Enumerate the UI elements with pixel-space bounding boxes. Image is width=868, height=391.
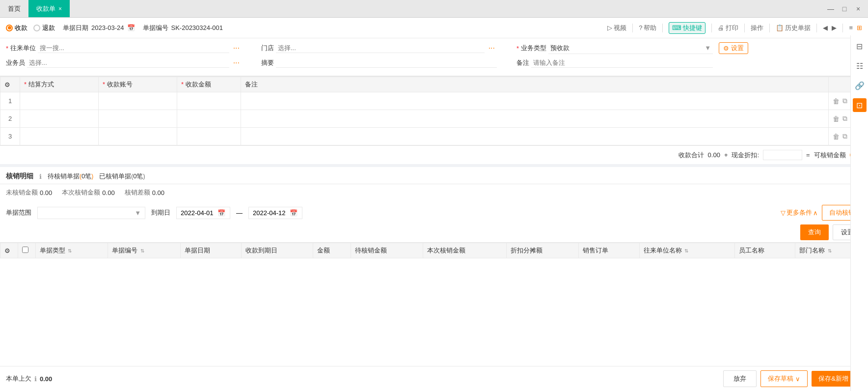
row-2-copy-icon[interactable]: ⧉ bbox=[842, 114, 847, 123]
form-area: * 往来单位 ··· 门店 ··· * 业务类型 预收款 ▼ bbox=[0, 38, 868, 76]
col-settings-header[interactable]: ⚙ bbox=[0, 77, 20, 92]
window-maximize-btn[interactable]: □ bbox=[839, 3, 850, 15]
video-btn[interactable]: ▷ 视频 bbox=[607, 24, 626, 32]
print-icon: 🖨 bbox=[718, 24, 724, 31]
print-btn[interactable]: 🖨 打印 bbox=[718, 24, 738, 32]
staff-input[interactable] bbox=[27, 58, 229, 68]
operate-btn[interactable]: 操作 bbox=[751, 24, 763, 32]
row-1-delete-icon[interactable]: 🗑 bbox=[833, 97, 840, 105]
col-dept-sort[interactable]: ⇅ bbox=[828, 248, 832, 253]
table-row: 2 🗑 ⧉ bbox=[0, 110, 868, 128]
col-type-sort[interactable]: ⇅ bbox=[68, 248, 72, 253]
history-btn[interactable]: 📋 历史单据 bbox=[776, 24, 811, 32]
range-select-arrow: ▼ bbox=[135, 209, 141, 217]
row-1-num: 1 bbox=[0, 92, 20, 110]
discount-input[interactable] bbox=[763, 150, 802, 160]
bottom-col-check[interactable] bbox=[18, 243, 36, 258]
window-close-btn[interactable]: × bbox=[852, 3, 864, 15]
footer: 本单上欠 ℹ 0.00 放弃 保存草稿 ∨ 保存&新增 ∨ bbox=[0, 366, 868, 391]
row-3-account[interactable] bbox=[99, 128, 177, 145]
col-payment-header: * 结算方式 bbox=[20, 77, 99, 92]
bottom-col-sales: 销售订单 bbox=[579, 243, 640, 258]
number-value[interactable]: SK-20230324-001 bbox=[171, 24, 223, 31]
summary-input[interactable] bbox=[276, 58, 497, 68]
right-panel-icon-1[interactable]: ⊟ bbox=[853, 39, 867, 53]
arrow-right-btn[interactable]: ▶ bbox=[832, 24, 837, 31]
date-to-value: 2022-04-12 bbox=[253, 209, 286, 217]
row-2-remark[interactable] bbox=[241, 110, 829, 128]
top-toolbar: 收款 退款 单据日期 2023-03-24 📅 单据编号 SK-20230324… bbox=[0, 18, 868, 38]
right-panel-icon-2[interactable]: ☷ bbox=[853, 59, 867, 73]
row-3-copy-icon[interactable]: ⧉ bbox=[842, 132, 847, 140]
shortcut-btn[interactable]: ⌨ 快捷键 bbox=[669, 22, 705, 34]
row-1-remark[interactable] bbox=[241, 92, 829, 110]
bottom-settings-icon: ⚙ bbox=[4, 247, 10, 254]
bottom-col-current: 本次核销金额 bbox=[423, 243, 507, 258]
current-writeoff-value: 0.00 bbox=[102, 189, 114, 196]
row-3-payment[interactable] bbox=[20, 128, 99, 145]
radio-return[interactable]: 退款 bbox=[33, 24, 55, 32]
row-3-remark[interactable] bbox=[241, 128, 829, 145]
list-view-btn[interactable]: ≡ bbox=[849, 24, 853, 31]
help-btn[interactable]: ? 帮助 bbox=[639, 24, 656, 32]
row-2-account[interactable] bbox=[99, 110, 177, 128]
tab-home[interactable]: 首页 bbox=[0, 0, 28, 17]
biz-type-select[interactable]: 预收款 ▼ bbox=[548, 43, 713, 54]
remark-input[interactable] bbox=[531, 58, 713, 68]
bottom-table: ⚙ 单据类型 ⇅ 单据编号 ⇅ bbox=[0, 243, 868, 258]
current-writeoff-stat: 本次核销金额 0.00 bbox=[62, 188, 114, 197]
col-number-sort[interactable]: ⇅ bbox=[140, 248, 144, 253]
store-ellipsis-btn[interactable]: ··· bbox=[487, 44, 497, 53]
settings-btn[interactable]: ⚙ 设置 bbox=[719, 42, 748, 54]
row-3-delete-icon[interactable]: 🗑 bbox=[833, 133, 840, 140]
row-2-delete-icon[interactable]: 🗑 bbox=[833, 115, 840, 123]
row-3-num: 3 bbox=[0, 128, 20, 145]
bottom-col-settings[interactable]: ⚙ bbox=[0, 243, 18, 258]
footer-info-icon[interactable]: ℹ bbox=[34, 375, 37, 383]
select-all-checkbox[interactable] bbox=[22, 247, 28, 253]
more-conditions-btn[interactable]: ▽ 更多条件 ∧ bbox=[781, 208, 818, 217]
row-1-amount[interactable] bbox=[177, 92, 241, 110]
col-payment-label: 结算方式 bbox=[28, 81, 54, 88]
radio-receive[interactable]: 收款 bbox=[6, 24, 27, 32]
row-1-copy-icon[interactable]: ⧉ bbox=[842, 97, 847, 105]
radio-receive-circle bbox=[6, 25, 13, 31]
store-input[interactable] bbox=[276, 43, 485, 53]
right-panel-icon-4[interactable]: ⊡ bbox=[853, 98, 867, 112]
staff-field: 业务员 ··· bbox=[6, 58, 242, 68]
arrow-left-btn[interactable]: ◀ bbox=[823, 24, 828, 31]
partner-input[interactable] bbox=[38, 43, 229, 53]
save-draft-btn[interactable]: 保存草稿 ∨ bbox=[760, 370, 808, 387]
partner-ellipsis-btn[interactable]: ··· bbox=[231, 44, 242, 53]
row-2-payment[interactable] bbox=[20, 110, 99, 128]
col-remark-label: 备注 bbox=[245, 81, 258, 88]
date-to-input[interactable]: 2022-04-12 📅 bbox=[248, 207, 302, 219]
staff-ellipsis-btn[interactable]: ··· bbox=[231, 58, 242, 67]
date-value[interactable]: 2023-03-24 bbox=[91, 24, 124, 31]
row-1-account[interactable] bbox=[99, 92, 177, 110]
col-partner-sort[interactable]: ⇅ bbox=[684, 248, 688, 253]
row-1-payment[interactable] bbox=[20, 92, 99, 110]
pending-tab[interactable]: 待核销单据(0笔) bbox=[48, 172, 93, 181]
col-discount-label: 折扣分摊额 bbox=[511, 247, 542, 254]
col-staff-label: 员工名称 bbox=[739, 247, 764, 254]
row-3-amount[interactable] bbox=[177, 128, 241, 145]
writeoff-info-icon[interactable]: ℹ bbox=[39, 173, 42, 180]
window-minimize-btn[interactable]: — bbox=[825, 3, 837, 15]
range-select[interactable]: ▼ bbox=[37, 207, 145, 219]
date-from-input[interactable]: 2022-04-01 📅 bbox=[176, 207, 230, 219]
query-btn[interactable]: 查询 bbox=[800, 224, 829, 240]
done-tab[interactable]: 已核销单据(0笔) bbox=[99, 172, 145, 181]
tab-receipt[interactable]: 收款单 × bbox=[28, 0, 70, 17]
right-panel-icon-3[interactable]: 🔗 bbox=[853, 79, 867, 92]
remark-field: 备注 bbox=[516, 58, 713, 68]
shortcut-icon: ⌨ bbox=[672, 24, 681, 31]
tab-close-icon[interactable]: × bbox=[58, 5, 62, 12]
row-2-amount[interactable] bbox=[177, 110, 241, 128]
biz-type-label: 业务类型 bbox=[521, 44, 546, 53]
abandon-btn[interactable]: 放弃 bbox=[723, 370, 757, 387]
unwritten-label: 未核销金额 bbox=[6, 188, 38, 197]
grid-view-btn[interactable]: ⊞ bbox=[857, 24, 862, 31]
date-calendar-icon[interactable]: 📅 bbox=[127, 24, 135, 31]
store-label: 门店 bbox=[261, 44, 274, 53]
